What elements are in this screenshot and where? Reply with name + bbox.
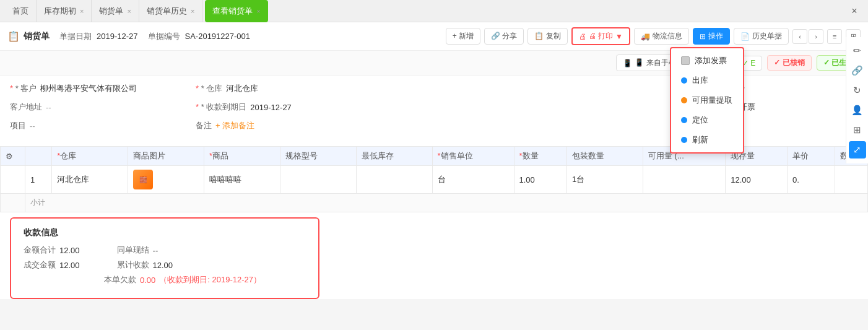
tab-sales-history[interactable]: 销货单历史 ×: [139, 0, 202, 22]
row-product: 嘻嘻嘻嘻: [204, 166, 280, 194]
tab-inventory[interactable]: 库存期初 ×: [37, 0, 92, 22]
dropdown-locate[interactable]: 定位: [671, 110, 743, 130]
doc-date-label: 单据日期: [59, 31, 92, 42]
col-product-img: 商品图片: [128, 147, 204, 166]
tab-sales-history-close[interactable]: ×: [191, 7, 194, 15]
nav-arrows: ‹ ›: [792, 29, 823, 44]
share-button-label: 🔗 分享: [491, 31, 517, 41]
receipt-cum-label: 累计收款: [117, 259, 149, 271]
dropdown-available-qty[interactable]: 可用量提取: [671, 90, 743, 110]
tab-home[interactable]: 首页: [5, 0, 37, 22]
print-button-label: 🖨 打印: [589, 31, 613, 41]
col-spec: 规格型号: [280, 147, 356, 166]
col-settings[interactable]: ⚙: [1, 147, 25, 166]
customer-value: 柳州粤港平安气体有限公司: [40, 83, 137, 94]
tab-inventory-close[interactable]: ×: [80, 7, 84, 15]
doc-title-text: 销货单: [24, 31, 50, 42]
receipt-cum-value: 12.00: [153, 261, 173, 270]
add-note-button[interactable]: + 添加备注: [215, 120, 254, 131]
operations-dropdown: 添加发票 出库 可用量提取 定位 刷新: [670, 47, 744, 154]
right-sidebar: ✏ 🔗 ↻ 👤 ⊞ ⤢: [846, 37, 868, 163]
new-button-label: + 新增: [453, 31, 474, 41]
tab-sales-label: 销货单: [99, 6, 123, 17]
payment-date-value: 2019-12-27: [250, 103, 292, 112]
tab-view-sales[interactable]: 查看销货单 ×: [205, 0, 267, 22]
receipt-deal-label: 成交金额: [24, 259, 56, 271]
subtotal-row: 小计: [1, 194, 868, 212]
nav-next-button[interactable]: ›: [809, 29, 823, 44]
operations-button[interactable]: ⊞ 操作: [693, 28, 730, 45]
history-docs-button-label: 历史单据: [752, 31, 782, 41]
data-table: ⚙ *仓库 商品图片 *商品 规格型号 最低库存 *销售单位 *数量 包装数量 …: [0, 146, 868, 212]
doc-icon: 📋: [7, 30, 20, 42]
data-table-wrap: ⚙ *仓库 商品图片 *商品 规格型号 最低库存 *销售单位 *数量 包装数量 …: [0, 146, 868, 212]
doc-number-value: SA-20191227-001: [185, 32, 251, 41]
row-spec: [280, 166, 356, 194]
dropdown-add-invoice[interactable]: 添加发票: [671, 51, 743, 71]
print-dropdown-arrow: ▼: [615, 32, 623, 41]
sidebar-user-icon[interactable]: 👤: [849, 102, 866, 119]
operations-icon: ⊞: [700, 32, 706, 41]
new-button[interactable]: + 新增: [446, 28, 480, 45]
project-label: 项目: [10, 120, 26, 131]
doc-meta-date: 单据日期 2019-12-27: [59, 31, 138, 42]
col-product: *商品: [204, 147, 280, 166]
row-pack-qty: 1台: [567, 166, 643, 194]
warehouse-field: * 仓库 河北仓库: [196, 83, 369, 94]
receipt-total-value: 12.00: [59, 246, 80, 255]
tab-sales-close[interactable]: ×: [127, 7, 131, 15]
nav-prev-button[interactable]: ‹: [792, 29, 807, 44]
share-button[interactable]: 🔗 分享: [484, 28, 524, 45]
history-docs-icon: 📄: [740, 32, 750, 41]
row-product-img: 🧱: [128, 166, 204, 194]
dropdown-warehouse-out[interactable]: 出库: [671, 71, 743, 90]
receipt-row-3: 本单欠款 0.00 （收款到期日: 2019-12-27）: [24, 274, 306, 285]
sidebar-link-icon[interactable]: 🔗: [849, 62, 866, 79]
print-button[interactable]: 🖨 🖨 打印 ▼: [571, 27, 630, 45]
history-docs-button[interactable]: 📄 历史单据: [734, 28, 789, 45]
logistics-button[interactable]: 🚚 物流信息: [634, 28, 689, 45]
payment-date-field: * 收款到期日 2019-12-27: [196, 102, 369, 113]
col-warehouse: *仓库: [52, 147, 128, 166]
print-icon: 🖨: [579, 32, 586, 41]
tab-inventory-label: 库存期初: [44, 6, 76, 17]
row-quantity: 1.00: [514, 166, 567, 194]
tab-view-sales-close[interactable]: ×: [256, 7, 260, 15]
col-quantity: *数量: [514, 147, 567, 166]
view-single-button[interactable]: ≡: [827, 29, 842, 44]
tab-sales[interactable]: 销货单 ×: [92, 0, 139, 22]
receipt-title: 收款信息: [24, 227, 306, 238]
receipt-cumulative: 累计收款 12.00: [117, 259, 173, 271]
tab-sales-history-label: 销货单历史: [147, 6, 187, 17]
sidebar-edit-icon[interactable]: ✏: [849, 42, 866, 59]
dropdown-refresh[interactable]: 刷新: [671, 130, 743, 150]
product-image: 🧱: [133, 170, 153, 189]
copy-button[interactable]: 📋 复制: [527, 28, 567, 45]
receipt-deal-amount: 成交金额 12.00: [24, 259, 80, 271]
row-min-stock: [356, 166, 432, 194]
row-available: [643, 166, 726, 194]
sidebar-refresh-icon[interactable]: ↻: [849, 82, 866, 99]
warehouse-out-icon: [681, 77, 687, 84]
warehouse-value: 河北仓库: [226, 83, 258, 94]
note-label: 备注: [196, 120, 212, 131]
subtotal-label: 小计: [25, 194, 868, 212]
address-field: 客户地址 --: [10, 102, 183, 113]
warehouse-label: * 仓库: [196, 83, 222, 94]
copy-button-label: 📋 复制: [534, 31, 560, 41]
note-field: 备注 + 添加备注: [196, 120, 369, 131]
locate-label: 定位: [692, 115, 708, 126]
receipt-row-1: 金额合计 12.00 同单现结 --: [24, 245, 306, 256]
sidebar-table-icon[interactable]: ⊞: [849, 121, 866, 139]
subtotal-settings: [1, 194, 25, 212]
receipt-owed: 本单欠款 0.00 （收款到期日: 2019-12-27）: [104, 274, 261, 285]
col-sales-unit: *销售单位: [432, 147, 514, 166]
col-pack-qty: 包装数量: [567, 147, 643, 166]
receipt-box: 收款信息 金额合计 12.00 同单现结 -- 成交金额 12.00 累计收款 …: [10, 217, 319, 299]
receipt-deal-value: 12.00: [59, 261, 80, 270]
tab-view-sales-label: 查看销货单: [212, 6, 253, 17]
col-min-stock: 最低库存: [356, 147, 432, 166]
window-close-button[interactable]: ×: [846, 2, 863, 20]
sidebar-expand-icon[interactable]: ⤢: [849, 141, 866, 158]
table-row: 1 河北仓库 🧱 嘻嘻嘻嘻 台 1.00 1台 12.00 0.: [1, 166, 868, 194]
